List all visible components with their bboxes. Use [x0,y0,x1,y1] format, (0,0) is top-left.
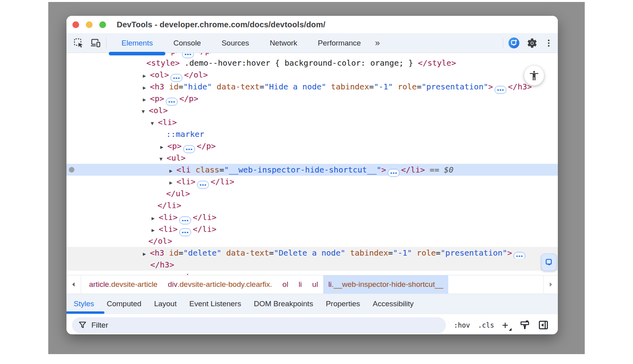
filter-input[interactable]: Filter [72,317,446,333]
tab-console[interactable]: Console [163,33,211,53]
code-token-tag: <ul> [167,153,186,163]
breadcrumb-item[interactable]: ul [307,275,323,294]
breadcrumb-tag: li [299,280,302,289]
code-token-eq: = [388,248,393,258]
code-token-val: "-1" [374,82,393,91]
expand-arrow-icon[interactable]: ▶ [152,224,159,236]
settings-button[interactable] [526,37,538,49]
styles-pane-controls: :hov .cls + [454,320,549,330]
code-token-val: "presentation" [421,82,488,91]
dom-tree-row[interactable]: ▶<h3 id="hide" data-text="Hide a node" t… [66,81,558,93]
close-window-button[interactable] [72,21,79,28]
dom-tree-row[interactable]: ▶<li></li> [66,211,558,223]
collapse-arrow-icon[interactable]: ▼ [151,118,158,129]
chevron-right-icon [548,282,553,287]
breadcrumb-scroll-left-button[interactable] [66,275,81,294]
tab-event-listeners[interactable]: Event Listeners [183,294,247,314]
code-token-val: "Hide a node" [264,82,326,91]
collapse-arrow-icon[interactable]: ▼ [142,106,149,118]
dom-tree-row[interactable]: ▶<h3 id="delete" data-text="Delete a nod… [66,247,558,259]
dom-tree-row[interactable]: ::marker [66,128,558,140]
code-token-meta: == $0 [425,165,453,174]
tab-elements[interactable]: Elements [111,33,163,53]
window-titlebar: DevTools - developer.chrome.com/docs/dev… [66,16,558,33]
dom-tree-row[interactable]: </ul> [66,188,558,199]
tab-dom-breakpoints[interactable]: DOM Breakpoints [247,294,319,314]
collapse-arrow-icon[interactable]: ▼ [159,153,167,165]
breadcrumb-item[interactable]: li [294,275,307,294]
breadcrumb-scroll-right-button[interactable] [543,275,558,294]
toggle-classes-button[interactable]: .cls [478,321,494,329]
breadcrumb-item[interactable]: article.devsite-article [84,275,163,294]
expand-arrow-icon[interactable]: ▶ [143,82,150,94]
minimize-window-button[interactable] [86,21,93,28]
code-token-att: data-text [222,248,269,258]
breadcrumb-tag: ul [312,280,318,289]
code-token-tag: > [488,82,493,91]
dom-tree-row[interactable]: ▼<ul> [66,152,558,164]
dom-tree-row[interactable]: ▶<li></li> [66,223,558,235]
tab-layout[interactable]: Layout [148,294,183,314]
dom-tree-row[interactable]: ▶<ol></ol> [66,69,558,81]
toggle-element-state-button[interactable]: :hov [454,321,470,329]
tab-network[interactable]: Network [260,33,308,53]
dom-tree-row[interactable]: ▼<ol> [66,104,558,116]
toggle-device-toolbar-button[interactable] [89,37,101,49]
more-options-button[interactable] [544,37,553,49]
tab-computed[interactable]: Computed [100,294,148,314]
tab-accessibility[interactable]: Accessibility [366,294,420,314]
tab-sources[interactable]: Sources [211,33,260,53]
device-toolbar-icon [90,38,101,48]
code-token-psu: ::marker [166,129,204,139]
panel-tabs: ElementsConsoleSourcesNetworkPerformance [111,33,371,53]
dom-tree-row[interactable]: </li> [66,199,558,211]
ask-ai-button[interactable] [541,254,557,271]
rendering-brush-button[interactable] [519,320,530,330]
dom-tree-row[interactable]: ▶<p></p> [66,93,558,104]
code-token-tag: <h3 [150,248,164,258]
zoom-window-button[interactable] [99,21,106,28]
code-token-att: id [164,82,178,91]
dom-tree-row-selected[interactable]: ▶<li class="__web-inspector-hide-shortcu… [66,164,558,176]
breadcrumb-item[interactable]: div.devsite-article-body.clearfix. [163,275,277,294]
dom-tree-panel: <p></p><style> .demo--hover:hover { back… [66,53,558,275]
dom-tree-row[interactable]: </ol> [66,235,558,247]
breadcrumb-item[interactable]: ol [277,275,294,294]
code-token-tag: > [507,248,512,258]
code-token-tag: </style> [418,58,456,68]
code-token-eq: = [269,248,274,258]
toggle-sidebar-button[interactable] [538,320,549,330]
tab-performance[interactable]: Performance [307,33,371,53]
tab-properties[interactable]: Properties [319,294,366,314]
inspect-element-button[interactable] [73,37,85,49]
expand-arrow-icon[interactable]: ▶ [143,94,150,106]
rendering-brush-icon [519,320,530,330]
code-token-tag: </p> [179,94,198,103]
tab-styles[interactable]: Styles [67,294,100,314]
expand-arrow-icon[interactable]: ▶ [160,141,167,153]
code-token-tag: <li [176,165,191,174]
code-token-tag: </li> [157,201,181,210]
dom-tree-row[interactable]: <style> .demo--hover:hover { background-… [66,57,558,69]
accessibility-widget[interactable] [524,66,544,85]
breadcrumb-item[interactable]: li.__web-inspector-hide-shortcut__ [323,275,448,294]
expand-arrow-icon[interactable]: ▶ [152,212,159,224]
dom-tree-row[interactable]: ▶<p></p> [66,271,558,275]
expand-arrow-icon[interactable]: ▶ [143,272,150,275]
new-style-rule-button[interactable]: + [502,321,512,329]
expand-arrow-icon[interactable]: ▶ [169,177,176,189]
ai-assistance-button[interactable] [508,37,520,49]
code-token-tag: </ul> [166,189,190,198]
breadcrumb-tag: li [328,280,332,289]
dom-tree-row[interactable]: ▶<li></li> [66,176,558,188]
code-token-tag: </p> [197,141,216,151]
expand-arrow-icon[interactable]: ▶ [143,248,150,260]
code-token-eq: = [260,82,264,91]
more-panels-button[interactable]: » [371,38,383,48]
dom-tree-row[interactable]: ▶<p></p> [66,140,558,152]
code-token-att: class [191,165,219,174]
expand-arrow-icon[interactable]: ▶ [143,70,150,82]
expand-arrow-icon[interactable]: ▶ [169,165,176,177]
dom-tree-row[interactable]: </h3> [66,259,558,271]
dom-tree-row[interactable]: ▼<li> [66,116,558,128]
